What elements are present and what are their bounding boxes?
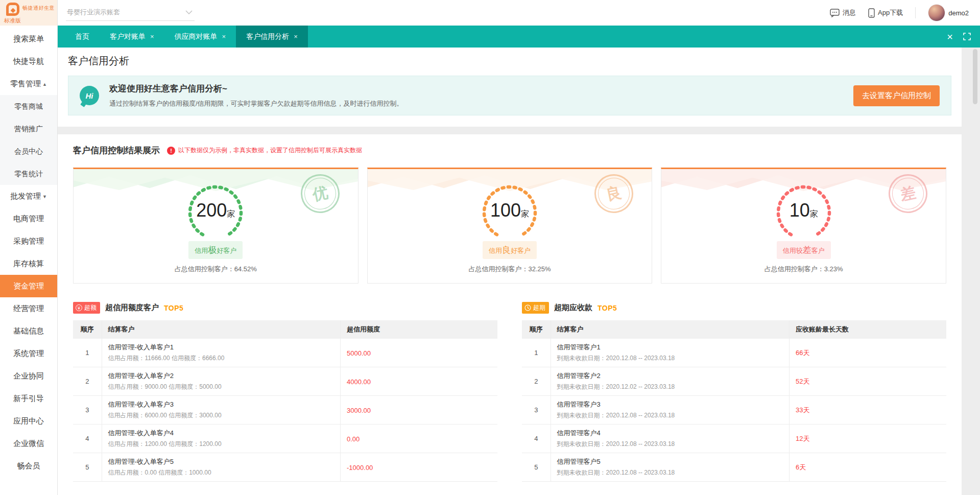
sidebar-item-15[interactable]: 畅会员: [0, 455, 57, 477]
vertical-scrollbar[interactable]: [973, 49, 977, 104]
sidebar-item-1[interactable]: 快捷导航: [0, 50, 57, 73]
value-cell: 33天: [790, 396, 946, 425]
sidebar-item-label: 电商管理: [13, 214, 44, 223]
customer-name: 信用管理-收入单客户3: [108, 400, 334, 409]
customer-name: 信用管理客户4: [557, 429, 783, 438]
badge-pre: 信用较: [783, 247, 803, 254]
sidebar-item-label: 基础信息: [13, 326, 44, 335]
sidebar-item-8[interactable]: 经营管理: [0, 297, 57, 320]
sidebar-item-13[interactable]: 应用中心: [0, 410, 57, 432]
over-value: 5000.00: [347, 349, 371, 357]
tab-label: 供应商对账单: [175, 32, 218, 41]
gauge-number: 10家: [771, 200, 837, 221]
tab-label: 客户信用分析: [246, 32, 289, 41]
over-value: 33天: [796, 406, 809, 414]
sidebar-submenu: 零售商城营销推广会员中心零售统计: [0, 95, 57, 185]
messages-button[interactable]: 消息: [830, 8, 856, 17]
tab-close-icon[interactable]: ×: [222, 33, 226, 40]
sidebar-item-label: 库存核算: [13, 259, 44, 268]
account-selector[interactable]: 母婴行业演示账套: [66, 5, 195, 21]
brand-logo-icon: [6, 3, 19, 16]
sidebar-subitem-0[interactable]: 零售商城: [0, 95, 57, 117]
credit-card-0: 优 200家 信用极好客户 占总信用控制客户：64.52%: [73, 168, 358, 284]
sidebar-item-14[interactable]: 企业微信: [0, 432, 57, 455]
tab-1[interactable]: 客户对账单×: [100, 26, 164, 48]
table-row: 4信用管理客户4到期未收款日期：2020.12.08 -- 2023.03.18…: [522, 425, 946, 453]
customer-detail: 信用占用额：6000.00 信用额度：3000.00: [108, 411, 334, 420]
badge-post: 好客户: [511, 247, 531, 254]
table-row: 5信用管理客户5到期未收款日期：2020.12.08 -- 2023.03.18…: [522, 453, 946, 482]
user-menu[interactable]: demo2: [928, 4, 969, 21]
row-order: 1: [73, 339, 102, 367]
welcome-banner: Hi 欢迎使用好生意客户信用分析~ 通过控制结算客户的信用额度/信用期限，可实时…: [68, 76, 951, 115]
table-row: 1信用管理-收入单客户1信用占用额：11666.00 信用额度：6666.005…: [73, 339, 497, 367]
setup-credit-control-button[interactable]: 去设置客户信用控制: [853, 85, 940, 106]
customer-detail: 到期未收款日期：2020.12.08 -- 2023.03.18: [557, 468, 783, 477]
customer-count: 100: [490, 200, 521, 221]
yuan-circle-icon: ¥: [76, 304, 82, 311]
tabbar: 首页客户对账单×供应商对账单×客户信用分析× ×: [58, 26, 980, 48]
sidebar-item-12[interactable]: 新手引导: [0, 387, 57, 410]
hi-bubble-icon: Hi: [80, 86, 99, 105]
grade-stamp-char: 良: [604, 182, 624, 205]
sidebar: 畅捷通好生意 标准版 搜索菜单快捷导航零售管理▲零售商城营销推广会员中心零售统计…: [0, 0, 58, 495]
fullscreen-icon[interactable]: [963, 33, 971, 40]
app-window: 畅捷通好生意 标准版 搜索菜单快捷导航零售管理▲零售商城营销推广会员中心零售统计…: [0, 0, 980, 495]
close-all-tabs-icon[interactable]: ×: [947, 32, 953, 42]
credit-gauge: 100家: [476, 179, 543, 246]
sidebar-item-label: 畅会员: [17, 461, 40, 470]
tab-close-icon[interactable]: ×: [294, 33, 298, 40]
column-header: 超信用额度: [341, 320, 497, 339]
banner-title: 欢迎使用好生意客户信用分析~: [109, 83, 403, 95]
brand-edition: 标准版: [4, 17, 21, 25]
customer-detail: 信用占用额：0.00 信用额度：1000.00: [108, 468, 334, 477]
customer-count-unit: 家: [810, 209, 818, 218]
sidebar-item-label: 批发管理: [10, 192, 41, 200]
customer-detail: 到期未收款日期：2020.12.08 -- 2023.03.18: [557, 411, 783, 420]
warning-icon: !: [167, 147, 175, 155]
gauge-number: 200家: [182, 200, 249, 221]
customer-count: 10: [790, 200, 810, 221]
over-value: 12天: [796, 435, 809, 442]
message-bubble-icon: [830, 9, 840, 17]
sidebar-item-label: 系统管理: [13, 349, 44, 358]
customer-detail: 到期未收款日期：2020.12.08 -- 2023.03.18: [557, 440, 783, 449]
topbar: 母婴行业演示账套 消息 App下载: [58, 0, 980, 26]
column-header: 顺序: [522, 320, 551, 339]
table-header: 顺序结算客户应收账龄最长天数: [522, 320, 946, 339]
sidebar-subitem-3[interactable]: 零售统计: [0, 162, 57, 185]
sidebar-item-10[interactable]: 系统管理: [0, 342, 57, 365]
sidebar-item-2[interactable]: 零售管理▲: [0, 73, 57, 95]
value-cell: -1000.00: [341, 453, 497, 482]
app-download-button[interactable]: App下载: [868, 8, 903, 18]
table-body: 1信用管理-收入单客户1信用占用额：11666.00 信用额度：6666.005…: [73, 339, 497, 482]
tab-2[interactable]: 供应商对账单×: [164, 26, 236, 48]
sidebar-item-label: 采购管理: [13, 237, 44, 245]
tab-0[interactable]: 首页: [65, 26, 100, 48]
sidebar-nav: 搜索菜单快捷导航零售管理▲零售商城营销推广会员中心零售统计批发管理▼电商管理采购…: [0, 26, 57, 495]
sidebar-item-9[interactable]: 基础信息: [0, 320, 57, 342]
customer-count-unit: 家: [521, 209, 529, 218]
sidebar-subitem-2[interactable]: 会员中心: [0, 140, 57, 162]
sidebar-subitem-1[interactable]: 营销推广: [0, 117, 57, 140]
chevron-down-icon: [185, 10, 193, 14]
sidebar-item-6[interactable]: 库存核算: [0, 252, 57, 275]
sidebar-item-5[interactable]: 采购管理: [0, 230, 57, 252]
sidebar-item-3[interactable]: 批发管理▼: [0, 185, 57, 207]
credit-gauge: 10家: [771, 179, 837, 246]
tab-close-icon[interactable]: ×: [150, 33, 154, 40]
sidebar-item-label: 资金管理: [13, 281, 44, 290]
sidebar-item-4[interactable]: 电商管理: [0, 207, 57, 230]
over-value: 66天: [796, 349, 809, 357]
credit-card-1: 良 100家 信用良好客户 占总信用控制客户：32.25%: [367, 168, 653, 284]
sidebar-item-0[interactable]: 搜索菜单: [0, 28, 57, 50]
value-cell: 12天: [790, 425, 946, 453]
customer-count-unit: 家: [227, 209, 235, 218]
sidebar-item-7[interactable]: 资金管理: [0, 275, 57, 297]
tab-3[interactable]: 客户信用分析×: [236, 26, 308, 48]
brand-logo-box[interactable]: 畅捷通好生意 标准版: [0, 0, 57, 26]
app-download-label: App下载: [878, 8, 903, 17]
customer-name: 信用管理-收入单客户1: [108, 343, 334, 352]
credit-cards: 优 200家 信用极好客户 占总信用控制客户：64.52% 良: [73, 168, 946, 284]
sidebar-item-11[interactable]: 企业协同: [0, 365, 57, 387]
